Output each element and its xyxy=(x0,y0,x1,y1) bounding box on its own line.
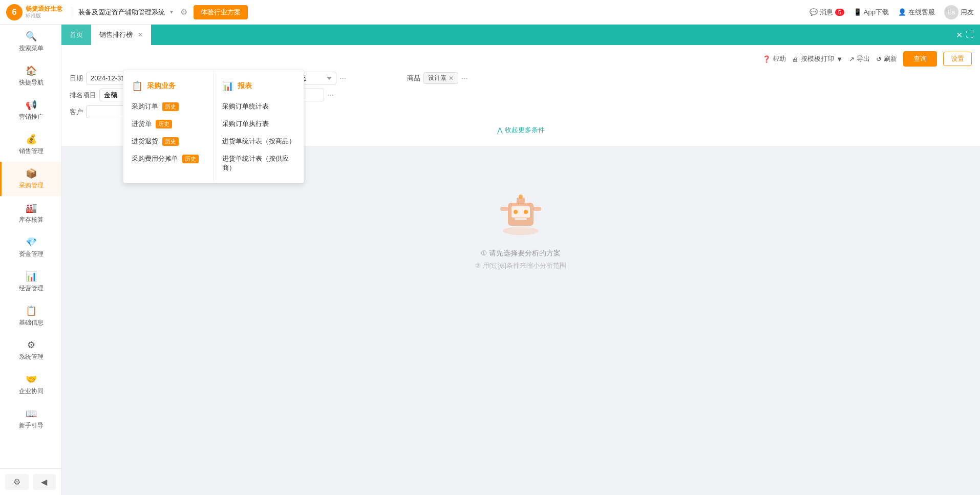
logo-text: 畅捷通好生意 标准版 xyxy=(26,5,62,18)
goods-more-dots[interactable]: ··· xyxy=(461,74,468,83)
marketing-icon: 📢 xyxy=(26,99,37,111)
guide-icon: 📖 xyxy=(26,408,37,419)
tab-sales-ranking[interactable]: 销售排行榜 ✕ xyxy=(91,25,151,45)
avatar: Ea xyxy=(944,5,958,19)
sidebar-label-guide: 新手引导 xyxy=(19,421,44,430)
dropdown-item-expense[interactable]: 采购费用分摊单 历史 xyxy=(123,150,214,167)
sidebar-item-basic[interactable]: 📋 基础信息 xyxy=(0,299,61,333)
dropdown-col-report: 📊 报表 采购订单统计表 采购订单执行表 进货单统计表（按商品） 进货单统计表（… xyxy=(214,70,304,183)
po-history-badge: 历史 xyxy=(162,102,179,111)
goods-tag-close-icon[interactable]: ✕ xyxy=(449,75,454,82)
rank-label: 排名项目 xyxy=(70,91,96,100)
po-stat-label: 采购订单统计表 xyxy=(222,102,269,111)
help-button[interactable]: ❓ 帮助 xyxy=(762,54,786,63)
sidebar-item-sales[interactable]: 💰 销售管理 xyxy=(0,127,61,162)
settings-icon[interactable]: ⚙ xyxy=(180,7,187,17)
sidebar-label-nav: 快捷导航 xyxy=(19,78,44,87)
tab-close-icon[interactable]: ✕ xyxy=(138,31,143,38)
sidebar-item-marketing[interactable]: 📢 营销推广 xyxy=(0,93,61,127)
settings-button[interactable]: 设置 xyxy=(943,52,972,66)
dropdown-col-title-report: 报表 xyxy=(238,81,252,91)
home-icon: 🏠 xyxy=(26,65,37,76)
sidebar-item-finance[interactable]: 💎 资金管理 xyxy=(0,230,61,265)
receipt-stat-supplier-label: 进货单统计表（按供应商） xyxy=(222,154,296,173)
dropdown-item-receipt-stat-supplier[interactable]: 进货单统计表（按供应商） xyxy=(214,150,304,177)
collapse-label: 收起更多条件 xyxy=(505,125,545,135)
sidebar-item-purchase[interactable]: 📦 采购管理 xyxy=(0,162,61,196)
svg-point-0 xyxy=(503,227,539,235)
system-title-area: 装备及固定资产辅助管理系统 ▼ ⚙ xyxy=(72,7,187,17)
sidebar-label-inventory: 库存核算 xyxy=(19,216,44,224)
dropdown-item-receipt-stat-goods[interactable]: 进货单统计表（按商品） xyxy=(214,133,304,150)
message-icon: 💬 xyxy=(809,8,818,16)
po-label: 采购订单 xyxy=(132,102,158,111)
receipt-history-badge: 历史 xyxy=(156,120,172,128)
svg-point-7 xyxy=(519,195,523,199)
sidebar-label-marketing: 营销推广 xyxy=(19,113,44,121)
refresh-button[interactable]: ↺ 刷新 xyxy=(876,54,897,63)
app-download-label: App下载 xyxy=(864,8,889,17)
sidebar-item-operation[interactable]: 📊 经营管理 xyxy=(0,265,61,299)
system-icon: ⚙ xyxy=(27,339,35,351)
sidebar-item-guide[interactable]: 📖 新手引导 xyxy=(0,402,61,436)
empty-illustration xyxy=(490,187,551,239)
dropdown-item-return[interactable]: 进货退货 历史 xyxy=(123,133,214,150)
expense-label: 采购费用分摊单 xyxy=(132,154,178,163)
chevron-down-icon[interactable]: ▼ xyxy=(169,9,174,15)
online-service-action[interactable]: 👤 在线客服 xyxy=(898,8,935,17)
operation-icon: 📊 xyxy=(26,271,37,282)
svg-rect-5 xyxy=(515,218,527,220)
dropdown-item-po-stat[interactable]: 采购订单统计表 xyxy=(214,98,304,115)
sidebar-label-collab: 企业协同 xyxy=(19,387,44,396)
sidebar-item-nav[interactable]: 🏠 快捷导航 xyxy=(0,59,61,93)
user-action[interactable]: Ea 用友 xyxy=(944,5,974,19)
industry-button[interactable]: 体验行业方案 xyxy=(194,5,248,19)
sidebar-label-operation: 经营管理 xyxy=(19,284,44,293)
top-header: 6 畅捷通好生意 标准版 装备及固定资产辅助管理系统 ▼ ⚙ 体验行业方案 💬 … xyxy=(0,0,980,25)
content-area: 首页 销售排行榜 ✕ ✕ ⛶ ❓ 帮助 🖨 xyxy=(61,25,980,495)
sidebar-item-search[interactable]: 🔍 搜索菜单 xyxy=(0,25,61,59)
tab-bar: 首页 销售排行榜 ✕ ✕ ⛶ xyxy=(61,25,980,45)
logo-icon: 6 xyxy=(6,4,23,20)
tab-expand-icon[interactable]: ⛶ xyxy=(966,30,974,39)
sidebar: 🔍 搜索菜单 🏠 快捷导航 📢 营销推广 💰 销售管理 📦 采购管理 🏭 库存核… xyxy=(0,25,61,495)
dropdown-col-header-purchase: 📋 采购业务 xyxy=(123,76,214,98)
dropdown-item-po-exec[interactable]: 采购订单执行表 xyxy=(214,115,304,133)
user-label: 用友 xyxy=(961,8,974,17)
messages-action[interactable]: 💬 消息 5 xyxy=(809,8,844,17)
query-button[interactable]: 查询 xyxy=(903,51,937,67)
header-right: 💬 消息 5 📱 App下载 👤 在线客服 Ea 用友 xyxy=(809,5,974,19)
collapse-up-icon: ⋀ xyxy=(497,126,503,134)
help-icon: ❓ xyxy=(762,55,771,63)
search-icon: 🔍 xyxy=(26,31,37,42)
finance-icon: 💎 xyxy=(26,236,37,248)
export-button[interactable]: ↗ 导出 xyxy=(849,54,870,63)
status-more-dots[interactable]: ··· xyxy=(339,74,346,83)
sidebar-item-system[interactable]: ⚙ 系统管理 xyxy=(0,333,61,368)
print-button[interactable]: 🖨 按模板打印 ▼ xyxy=(792,54,843,63)
tab-close-all-icon[interactable]: ✕ xyxy=(956,30,963,40)
dropdown-col-header-report: 📊 报表 xyxy=(214,76,304,98)
filter-toolbar: ❓ 帮助 🖨 按模板打印 ▼ ↗ 导出 ↺ 刷新 xyxy=(70,51,972,67)
sales-icon: 💰 xyxy=(26,134,37,145)
goods-label: 商品 xyxy=(407,74,420,83)
dropdown-item-receipt[interactable]: 进货单 历史 xyxy=(123,115,214,133)
po-exec-label: 采购订单执行表 xyxy=(222,119,269,128)
customer-label: 客户 xyxy=(70,107,83,117)
basic-icon: 📋 xyxy=(26,305,37,316)
sidebar-item-collab[interactable]: 🤝 企业协同 xyxy=(0,368,61,402)
sidebar-item-inventory[interactable]: 🏭 库存核算 xyxy=(0,196,61,230)
salesperson-more-dots[interactable]: ··· xyxy=(327,91,334,100)
receipt-label: 进货单 xyxy=(132,119,152,128)
sidebar-settings-button[interactable]: ⚙ xyxy=(5,474,29,490)
message-badge: 5 xyxy=(835,9,844,16)
expense-history-badge: 历史 xyxy=(182,155,199,163)
dropdown-item-po[interactable]: 采购订单 历史 xyxy=(123,98,214,115)
return-label: 进货退货 xyxy=(132,137,158,146)
dropdown-col-title-purchase: 采购业务 xyxy=(147,81,176,91)
sidebar-collapse-button[interactable]: ◀ xyxy=(33,474,56,490)
app-download-action[interactable]: 📱 App下载 xyxy=(854,8,889,17)
tab-home[interactable]: 首页 xyxy=(61,25,91,45)
export-icon: ↗ xyxy=(849,55,855,63)
brand-sub: 标准版 xyxy=(26,13,62,19)
